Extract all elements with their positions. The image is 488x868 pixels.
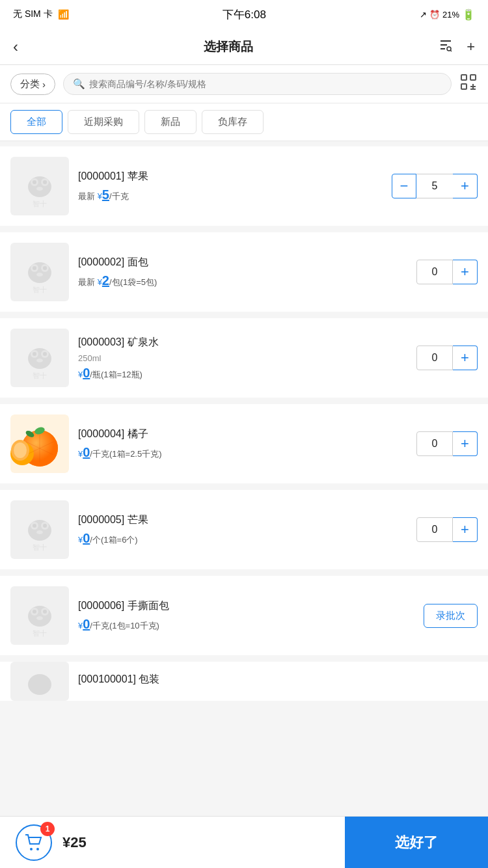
status-time: 下午6:08 xyxy=(223,7,266,22)
bottom-bar: 1 ¥25 选好了 xyxy=(0,816,488,868)
svg-point-23 xyxy=(36,273,43,277)
qty-input[interactable] xyxy=(416,431,453,456)
tab-new[interactable]: 新品 xyxy=(144,110,197,134)
product-info: [0000001] 苹果 最新 ¥5/千克 xyxy=(78,170,383,202)
qty-control: + xyxy=(416,260,478,284)
page-title: 选择商品 xyxy=(204,38,253,55)
cart-badge: 1 xyxy=(40,822,55,836)
product-spec: 250ml xyxy=(78,353,407,363)
tab-recent[interactable]: 近期采购 xyxy=(68,110,139,134)
alarm-icon: ⏰ xyxy=(429,10,440,20)
svg-point-16 xyxy=(43,180,47,184)
product-info: [0000004] 橘子 ¥0/千克(1箱=2.5千克) xyxy=(78,427,407,460)
qty-plus-button[interactable]: + xyxy=(453,174,478,198)
separator xyxy=(0,399,488,404)
product-image xyxy=(10,662,69,701)
product-image-content xyxy=(10,414,69,473)
nav-actions: + xyxy=(438,37,475,57)
product-image: 智十 xyxy=(10,586,69,645)
product-name: [0000001] 苹果 xyxy=(78,170,383,183)
product-info: [0000002] 面包 最新 ¥2/包(1袋=5包) xyxy=(78,256,407,288)
svg-point-44 xyxy=(33,524,36,528)
nav-bar: ‹ 选择商品 + xyxy=(0,29,488,65)
cart-total: ¥25 xyxy=(62,834,87,851)
product-price: 最新 ¥2/包(1袋=5包) xyxy=(78,273,407,288)
qty-plus-button[interactable]: + xyxy=(453,431,478,456)
battery-status: 21% xyxy=(442,10,459,20)
product-info: [0000006] 手撕面包 ¥0/千克(1包=10千克) xyxy=(78,599,414,632)
svg-point-54 xyxy=(30,848,33,850)
svg-point-15 xyxy=(33,180,36,184)
product-info: [000100001] 包装 xyxy=(78,673,478,690)
product-item: 智十 [0000002] 面包 最新 ¥2/包(1袋=5包) + xyxy=(0,232,488,312)
battery-icon: 🔋 xyxy=(462,8,475,21)
product-item: [0000004] 橘子 ¥0/千克(1箱=2.5千克) + xyxy=(0,404,488,483)
svg-point-52 xyxy=(36,616,43,620)
svg-point-29 xyxy=(36,359,43,362)
status-right: ↗ ⏰ 21% 🔋 xyxy=(420,8,475,21)
qty-input[interactable] xyxy=(416,260,453,284)
category-button[interactable]: 分类 › xyxy=(10,74,55,95)
filter-button[interactable] xyxy=(438,37,454,57)
qty-input[interactable] xyxy=(416,174,453,198)
separator xyxy=(0,227,488,232)
back-button[interactable]: ‹ xyxy=(13,38,18,56)
status-bar: 无 SIM 卡 📶 下午6:08 ↗ ⏰ 21% 🔋 xyxy=(0,0,488,29)
product-image: 智十 xyxy=(10,243,69,301)
product-image xyxy=(10,414,69,473)
product-placeholder xyxy=(20,662,59,701)
product-name: [0000002] 面包 xyxy=(78,256,407,269)
svg-point-28 xyxy=(43,352,47,356)
product-item: [000100001] 包装 xyxy=(0,662,488,701)
product-name: [0000004] 橘子 xyxy=(78,427,407,441)
product-price: 最新 ¥5/千克 xyxy=(78,187,383,202)
qty-plus-button[interactable]: + xyxy=(453,346,478,370)
batch-button[interactable]: 录批次 xyxy=(424,604,478,628)
status-left: 无 SIM 卡 📶 xyxy=(13,8,69,20)
product-name: [0000003] 矿泉水 xyxy=(78,336,407,349)
product-image: 智十 xyxy=(10,500,69,559)
qty-plus-button[interactable]: + xyxy=(453,517,478,542)
qty-control: + xyxy=(416,431,478,456)
product-placeholder: 智十 xyxy=(20,164,59,209)
product-placeholder: 智十 xyxy=(20,250,59,295)
qty-minus-button[interactable]: − xyxy=(392,174,416,198)
svg-point-27 xyxy=(33,352,36,356)
search-area: 分类 › 🔍 xyxy=(0,65,488,103)
qty-input[interactable] xyxy=(416,346,453,370)
qty-control: + xyxy=(416,346,478,370)
search-input-wrap: 🔍 xyxy=(63,73,452,95)
tab-all[interactable]: 全部 xyxy=(10,110,62,134)
qty-control: − + xyxy=(392,174,478,198)
sim-status: 无 SIM 卡 xyxy=(13,8,53,20)
product-list: 智十 [0000001] 苹果 最新 ¥5/千克 − + xyxy=(0,141,488,761)
svg-line-4 xyxy=(450,50,452,51)
svg-point-50 xyxy=(33,610,36,614)
cart-section: 1 ¥25 xyxy=(0,824,345,861)
product-name: [000100001] 包装 xyxy=(78,673,478,686)
tab-negative[interactable]: 负库存 xyxy=(202,110,264,134)
search-input[interactable] xyxy=(89,79,442,89)
product-placeholder: 智十 xyxy=(20,336,59,381)
product-name: [0000005] 芒果 xyxy=(78,513,407,527)
add-button[interactable]: + xyxy=(467,38,475,55)
svg-point-40 xyxy=(14,442,27,458)
product-placeholder: 智十 xyxy=(20,508,59,552)
product-image: 智十 xyxy=(10,329,69,387)
svg-point-22 xyxy=(43,266,47,270)
qty-plus-button[interactable]: + xyxy=(453,260,478,284)
qty-input[interactable] xyxy=(416,517,453,542)
qty-control: + xyxy=(416,517,478,542)
svg-point-53 xyxy=(28,674,51,695)
product-item: 智十 [0000001] 苹果 最新 ¥5/千克 − + xyxy=(0,146,488,226)
cart-button[interactable]: 1 xyxy=(16,824,52,861)
svg-point-17 xyxy=(36,187,43,191)
confirm-button[interactable]: 选好了 xyxy=(345,817,488,869)
separator xyxy=(0,485,488,490)
tab-bar: 全部 近期采购 新品 负库存 xyxy=(0,103,488,141)
scan-button[interactable] xyxy=(459,73,478,95)
svg-point-55 xyxy=(36,848,39,850)
product-name: [0000006] 手撕面包 xyxy=(78,599,414,613)
svg-point-46 xyxy=(36,530,43,534)
search-icon: 🔍 xyxy=(73,78,85,90)
